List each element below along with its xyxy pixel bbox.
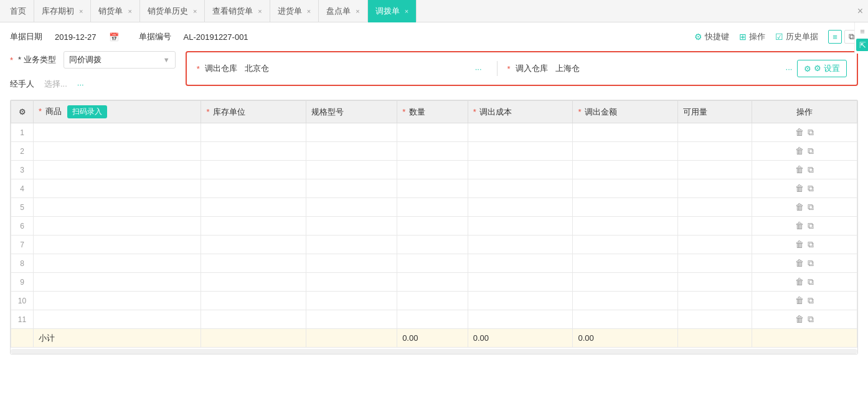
subtotal-amount: 0.00 <box>573 329 678 348</box>
window-close-button[interactable]: × <box>857 6 863 17</box>
delete-icon-6[interactable]: 🗑 <box>795 221 804 231</box>
warehouse-out-group: * 调出仓库 北京仓 ··· <box>197 63 487 74</box>
subtotal-cost: 0.00 <box>468 329 573 348</box>
goods-col-header: 商品 扫码录入 <box>34 101 201 123</box>
copy-icon-7[interactable]: ⧉ <box>808 239 814 249</box>
table-row: 2🗑⧉ <box>11 142 857 161</box>
biz-type-value: 同价调拨 <box>69 54 101 65</box>
right-sidebar: ≡ ⇱ <box>854 22 868 54</box>
header-row: 单据日期 2019-12-27 📅 单据编号 AL-20191227-001 ⚙… <box>10 30 858 44</box>
copy-icon-1[interactable]: ⧉ <box>808 127 814 137</box>
table-row: 11🗑⧉ <box>11 310 857 329</box>
copy-icon-5[interactable]: ⧉ <box>808 202 814 212</box>
copy-icon-6[interactable]: ⧉ <box>808 221 814 231</box>
tab-close-1[interactable]: × <box>79 7 83 15</box>
table-row: 1🗑⧉ <box>11 123 857 142</box>
table-row: 7🗑⧉ <box>11 236 857 254</box>
history-label: 历史单据 <box>786 31 818 42</box>
person-label: 经手人 <box>10 79 34 90</box>
tab-close-3[interactable]: × <box>193 7 197 15</box>
gear-col-header[interactable]: ⚙ <box>11 101 34 123</box>
copy-icon-8[interactable]: ⧉ <box>808 258 814 268</box>
in-wh-more[interactable]: ··· <box>781 64 798 74</box>
tab-transfer[interactable]: 调拨单 × <box>368 0 417 22</box>
operation-action[interactable]: ⊞ 操作 <box>739 31 765 42</box>
setting-label: ⚙ 设置 <box>814 63 840 74</box>
dropdown-arrow-icon: ▼ <box>163 56 170 64</box>
horizontal-scrollbar[interactable] <box>11 349 857 354</box>
sidebar-list-icon[interactable]: ≡ <box>856 25 868 37</box>
warehouse-section: * 调出仓库 北京仓 ··· * 调入仓库 上海仓 ··· ⚙ ⚙ 设置 <box>186 51 858 86</box>
delete-icon-7[interactable]: 🗑 <box>795 239 804 249</box>
tab-close-2[interactable]: × <box>128 7 131 15</box>
shortcut-action[interactable]: ⚙ 快捷键 <box>694 31 729 42</box>
layout-icons: ≡ ⧉ <box>828 30 858 44</box>
delete-icon-9[interactable]: 🗑 <box>795 277 804 287</box>
delete-icon-5[interactable]: 🗑 <box>795 202 804 212</box>
delete-icon-10[interactable]: 🗑 <box>795 295 804 305</box>
copy-icon-9[interactable]: ⧉ <box>808 277 814 287</box>
person-placeholder[interactable]: 选择... <box>44 79 67 90</box>
warehouse-in-group: * 调入仓库 上海仓 ··· <box>507 63 798 74</box>
tab-home[interactable]: 首页 <box>2 0 34 22</box>
table-row: 4🗑⧉ <box>11 179 857 198</box>
tab-close-5[interactable]: × <box>307 7 311 15</box>
history-action[interactable]: ☑ 历史单据 <box>775 31 818 42</box>
table-header: ⚙ 商品 扫码录入 库存单位 规格型号 数量 <box>11 101 857 123</box>
calendar-icon[interactable]: 📅 <box>109 32 119 42</box>
subtotal-row: 小计 0.00 0.00 0.00 <box>11 329 857 348</box>
tab-close-6[interactable]: × <box>356 7 359 15</box>
table-row: 5🗑⧉ <box>11 198 857 217</box>
table-gear-icon[interactable]: ⚙ <box>19 107 26 117</box>
settings-gear-button[interactable]: ⚙ ⚙ 设置 <box>797 60 847 77</box>
tab-view-sales[interactable]: 查看销货单 × <box>205 0 270 22</box>
tab-inventory-init[interactable]: 库存期初 × <box>34 0 91 22</box>
doc-num-label: 单据编号 <box>139 31 171 42</box>
copy-icon-10[interactable]: ⧉ <box>808 295 814 305</box>
biz-type-select[interactable]: 同价调拨 ▼ <box>64 51 176 69</box>
layout-list-icon[interactable]: ≡ <box>828 30 842 44</box>
table-row: 9🗑⧉ <box>11 273 857 292</box>
tab-purchase[interactable]: 进货单 × <box>270 0 319 22</box>
tab-close-7[interactable]: × <box>405 7 408 15</box>
person-more-icon[interactable]: ··· <box>77 80 84 89</box>
subtotal-qty: 0.00 <box>397 329 468 348</box>
shortcut-label: 快捷键 <box>705 31 729 42</box>
delete-icon-4[interactable]: 🗑 <box>795 183 804 193</box>
tab-sales-history[interactable]: 销货单历史 × <box>140 0 205 22</box>
scan-button[interactable]: 扫码录入 <box>67 105 107 118</box>
op-label: 操作 <box>749 31 765 42</box>
delete-icon-11[interactable]: 🗑 <box>795 314 804 324</box>
out-wh-value: 北京仓 <box>245 63 269 74</box>
delete-icon-3[interactable]: 🗑 <box>795 164 804 174</box>
available-col-header: 可用量 <box>678 101 752 123</box>
qty-col-header: 数量 <box>397 101 468 123</box>
table-row: 10🗑⧉ <box>11 292 857 310</box>
tab-inventory[interactable]: 盘点单 × <box>319 0 367 22</box>
copy-icon-11[interactable]: ⧉ <box>808 314 814 324</box>
in-wh-value: 上海仓 <box>555 63 580 74</box>
delete-icon-1[interactable]: 🗑 <box>795 127 804 137</box>
copy-icon-4[interactable]: ⧉ <box>808 183 814 193</box>
subtotal-label: 小计 <box>34 329 201 348</box>
copy-icon-3[interactable]: ⧉ <box>808 164 814 174</box>
out-wh-more[interactable]: ··· <box>470 64 487 74</box>
delete-icon-8[interactable]: 🗑 <box>795 258 804 268</box>
scroll-area[interactable]: ⚙ 商品 扫码录入 库存单位 规格型号 数量 <box>11 100 857 348</box>
table-row: 8🗑⧉ <box>11 254 857 273</box>
warehouse-divider <box>497 61 498 76</box>
delete-icon-2[interactable]: 🗑 <box>795 146 804 156</box>
table-row: 6🗑⧉ <box>11 217 857 236</box>
biz-type-label: * 业务类型 <box>18 54 56 65</box>
biz-type-star: * <box>10 55 13 65</box>
out-wh-label: 调出仓库 <box>205 63 237 74</box>
tab-close-4[interactable]: × <box>258 7 262 15</box>
copy-icon-2[interactable]: ⧉ <box>808 146 814 156</box>
table-row: 3🗑⧉ <box>11 161 857 179</box>
tab-sales[interactable]: 销货单 × <box>91 0 139 22</box>
history-icon: ☑ <box>775 32 783 42</box>
date-label: 单据日期 <box>10 31 42 42</box>
sidebar-expand-icon[interactable]: ⇱ <box>856 39 868 51</box>
table-container: ⚙ 商品 扫码录入 库存单位 规格型号 数量 <box>10 100 858 355</box>
person-row: 经手人 选择... ··· <box>10 79 176 90</box>
